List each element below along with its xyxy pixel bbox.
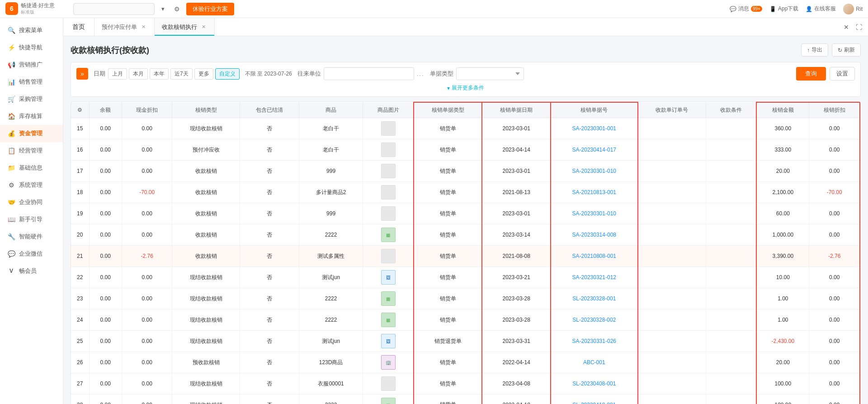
top-search-input[interactable]	[73, 3, 155, 15]
cell-cash-discount: 0.00	[122, 373, 172, 394]
more-date-btn[interactable]: 更多	[194, 68, 213, 80]
from-unit-input[interactable]	[324, 67, 414, 80]
doc-no-link[interactable]: SA-20210813-001	[572, 189, 616, 195]
export-button[interactable]: ↑ 导出	[801, 43, 828, 57]
cell-order-no	[638, 394, 706, 404]
sidebar-item-wechat[interactable]: 💬 企业微信	[0, 245, 63, 262]
cell-doc-no: ABC-001	[551, 352, 638, 373]
col-goods: 商品	[299, 102, 363, 118]
cell-balance: 0.00	[89, 118, 122, 139]
doc-no-link[interactable]: SA-20230414-017	[572, 147, 616, 153]
cell-order-no	[638, 224, 706, 246]
from-unit-label: 往来单位	[297, 70, 321, 78]
cell-cash-discount: 0.00	[122, 394, 172, 404]
doc-no-link[interactable]: SL-20230328-002	[572, 317, 616, 323]
sidebar-item-hardware[interactable]: 🔧 智能硬件	[0, 228, 63, 245]
cell-doc-no: SA-20210813-001	[551, 182, 638, 203]
sidebar-item-purchase[interactable]: 🛒 采购管理	[0, 90, 63, 108]
sidebar-label-collab: 企业协同	[19, 198, 42, 206]
table-scroll[interactable]: ⚙ 余额 现金折扣 核销类型 包含已结清 商品 商品图片 核销单据类型 核销单据…	[71, 102, 860, 404]
sidebar-item-member[interactable]: V 畅会员	[0, 262, 63, 280]
basic-icon: 📁	[7, 164, 15, 172]
col-settings[interactable]: ⚙	[71, 102, 89, 118]
industry-button[interactable]: 休验行业方案	[186, 3, 234, 15]
doc-no-link[interactable]: SA-20230321-012	[572, 274, 616, 280]
doc-no-link[interactable]: SA-20230314-008	[572, 232, 616, 238]
top-right-area: 💬 消息 99+ 📱 App下载 👤 在线客服 Rit	[730, 4, 863, 14]
cell-payment-terms	[706, 288, 756, 309]
tab-close-all-icon[interactable]: ✕	[841, 22, 852, 33]
col-doc-type: 核销单据类型	[414, 102, 482, 118]
sidebar-item-search[interactable]: 🔍 搜索菜单	[0, 22, 63, 39]
tab-prepay[interactable]: 预付冲应付单 ✕	[94, 18, 155, 36]
doc-no-link[interactable]: SL-20230408-001	[572, 380, 616, 387]
tab-home[interactable]: 首页	[63, 18, 94, 36]
table-row: 27 0.00 0.00 现结收款核销 否 衣服00001 销货单 2023-0…	[71, 373, 860, 394]
cell-amount: 333.00	[756, 139, 809, 161]
doc-no-link[interactable]: SL-20230328-001	[572, 295, 616, 302]
cell-order-no	[638, 309, 706, 331]
logo-area: 6 畅捷通·好生意 标准版	[5, 2, 69, 15]
col-verify-type: 核销类型	[172, 102, 240, 118]
sidebar-item-collab[interactable]: 🤝 企业协同	[0, 194, 63, 211]
doc-no-link[interactable]: SL-20230418-001	[572, 402, 616, 404]
doc-no-link[interactable]: SA-20230301-001	[572, 125, 616, 132]
message-btn[interactable]: 💬 消息 99+	[730, 5, 762, 13]
app-download-btn[interactable]: 📱 App下载	[769, 5, 798, 13]
sidebar-item-sales[interactable]: 📊 销售管理	[0, 73, 63, 90]
cell-cash-discount: 0.00	[122, 331, 172, 352]
this-month-btn[interactable]: 本月	[129, 68, 148, 80]
settings-button[interactable]: 设置	[830, 67, 855, 81]
sidebar-item-basic[interactable]: 📁 基础信息	[0, 159, 63, 176]
cell-balance: 0.00	[89, 352, 122, 373]
cell-goods: 测试多属性	[299, 246, 363, 267]
tab-verify-close[interactable]: ✕	[200, 24, 207, 31]
sidebar-item-finance[interactable]: 💰 资金管理	[0, 125, 63, 142]
cell-amount: 360.00	[756, 118, 809, 139]
cell-included: 否	[240, 118, 299, 139]
online-service-btn[interactable]: 👤 在线客服	[806, 5, 836, 13]
doc-type-select[interactable]	[456, 67, 524, 80]
sidebar-label-quicknav: 快捷导航	[19, 43, 42, 52]
sidebar-item-marketing[interactable]: 📢 营销推广	[0, 56, 63, 73]
sidebar-label-member: 畅会员	[19, 267, 37, 275]
sidebar-label-sales: 销售管理	[19, 78, 42, 86]
cell-doc-date: 2022-04-14	[482, 352, 551, 373]
tab-expand-icon[interactable]: ⛶	[854, 22, 864, 33]
cell-balance: 0.00	[89, 267, 122, 288]
cell-goods: 2222	[299, 224, 363, 246]
last-7days-btn[interactable]: 近7天	[170, 68, 193, 80]
sidebar-item-inventory[interactable]: 🏠 库存核算	[0, 108, 63, 125]
cell-verify-type: 现结收款核销	[172, 394, 240, 404]
user-area[interactable]: Rit	[843, 4, 863, 14]
cell-order-no	[638, 352, 706, 373]
doc-no-link[interactable]: SA-20210808-001	[572, 253, 616, 259]
cell-goods: 多计量商品2	[299, 182, 363, 203]
cell-doc-date: 2023-04-08	[482, 373, 551, 394]
query-button[interactable]: 查询	[796, 67, 826, 81]
cell-included: 否	[240, 139, 299, 161]
doc-no-link[interactable]: SA-20230331-026	[572, 338, 616, 344]
doc-no-link[interactable]: SA-20230301-010	[572, 168, 616, 174]
tab-prepay-close[interactable]: ✕	[140, 24, 147, 31]
sidebar-item-guide[interactable]: 📖 新手引导	[0, 211, 63, 228]
sidebar-item-quicknav[interactable]: ⚡ 快捷导航	[0, 39, 63, 56]
custom-date-btn[interactable]: 自定义	[215, 68, 240, 80]
settings-icon[interactable]: ⚙	[171, 3, 183, 15]
sidebar-item-system[interactable]: ⚙ 系统管理	[0, 176, 63, 194]
this-year-btn[interactable]: 本年	[150, 68, 169, 80]
sidebar-label-wechat: 企业微信	[19, 250, 42, 258]
cell-id: 25	[71, 331, 89, 352]
tab-verify[interactable]: 收款核销执行 ✕	[155, 18, 215, 36]
filter-expand-btn[interactable]: »	[76, 68, 88, 80]
cell-id: 15	[71, 118, 89, 139]
sidebar-item-management[interactable]: 📋 经营管理	[0, 142, 63, 159]
search-chevron-icon[interactable]: ▾	[158, 5, 167, 14]
last-month-btn[interactable]: 上月	[108, 68, 127, 80]
cell-cash-discount: 0.00	[122, 309, 172, 331]
doc-no-link[interactable]: SA-20230301-010	[572, 210, 616, 217]
expand-more-button[interactable]: ▾ 展开更多条件	[447, 84, 484, 92]
refresh-button[interactable]: ↻ 刷新	[832, 43, 861, 57]
doc-no-link[interactable]: ABC-001	[583, 359, 605, 366]
cell-order-no	[638, 203, 706, 224]
